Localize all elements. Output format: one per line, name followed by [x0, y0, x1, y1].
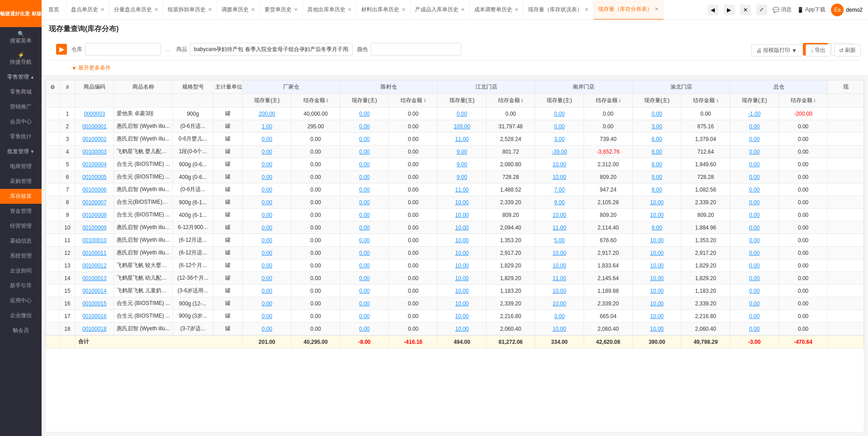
cell-c-stock[interactable]: 0.00 — [340, 247, 389, 259]
cell-jb-stock[interactable]: 9.00 — [438, 171, 486, 183]
cell-jb-stock[interactable]: 9.00 — [438, 145, 486, 158]
cell-jb-stock[interactable]: 0.00 — [438, 108, 486, 120]
cell-yb-stock[interactable]: 10.00 — [632, 310, 681, 323]
sidebar-item-finance[interactable]: 资金管理 — [0, 204, 42, 219]
tab-order[interactable]: 要货单历史 ✕ — [260, 0, 303, 20]
cell-f-stock[interactable]: 0.00 — [243, 323, 292, 336]
cell-code[interactable]: 00100010 — [75, 234, 114, 247]
cell-yb-stock[interactable]: 0.00 — [632, 108, 681, 120]
cell-code[interactable]: 00100018 — [75, 323, 114, 336]
cell-yb-stock[interactable]: 9.00 — [632, 171, 681, 183]
sidebar-item-vip[interactable]: 畅会员 — [0, 323, 42, 338]
cell-code[interactable]: 00100012 — [75, 259, 114, 272]
cell-jb-stock[interactable]: 10.00 — [438, 209, 486, 221]
cell-f-stock[interactable]: 200.00 — [243, 108, 292, 120]
cell-jb-stock[interactable]: 11.00 — [438, 133, 486, 145]
cell-f-stock[interactable]: 1.00 — [243, 120, 292, 133]
expand-conditions-button[interactable]: ▼ 展开更多条件 — [71, 64, 111, 72]
cell-yb-stock[interactable]: 10.00 — [632, 234, 681, 247]
cell-t-stock[interactable]: 0.00 — [730, 120, 779, 133]
cell-na-stock[interactable]: 10.00 — [535, 285, 584, 297]
sidebar-item-retail-shop[interactable]: 零售商城 — [0, 84, 42, 99]
user-profile[interactable]: Ea demo2 — [831, 4, 863, 16]
cell-code[interactable]: 00100007 — [75, 196, 114, 209]
sidebar-item-inventory[interactable]: 库存核算 — [0, 189, 42, 204]
tab-product-in[interactable]: 产成品入库单历史 ✕ — [410, 0, 470, 20]
tab-prev-button[interactable]: ◀ — [708, 5, 718, 15]
tab-assembly[interactable]: 组装拆卸单历史 ✕ — [163, 0, 217, 20]
cell-yb-stock[interactable]: 10.00 — [632, 259, 681, 272]
cell-c-stock[interactable]: 0.00 — [340, 323, 389, 336]
tab-partial-count[interactable]: 分量盘点单历史 ✕ — [109, 0, 163, 20]
cell-na-stock[interactable]: 0.00 — [535, 120, 584, 133]
cell-yb-stock[interactable]: 9.00 — [632, 221, 681, 234]
cell-yb-stock[interactable]: 10.00 — [632, 209, 681, 221]
cell-na-stock[interactable]: 11.00 — [535, 272, 584, 285]
cell-c-stock[interactable]: 0.00 — [340, 234, 389, 247]
cell-code[interactable]: 00100003 — [75, 145, 114, 158]
cell-f-stock[interactable]: 0.00 — [243, 171, 292, 183]
cell-na-stock[interactable]: 10.00 — [535, 323, 584, 336]
cell-jb-stock[interactable]: 109.00 — [438, 120, 486, 133]
cell-t-stock[interactable]: 0.00 — [730, 145, 779, 158]
cell-c-stock[interactable]: 0.00 — [340, 310, 389, 323]
cell-f-stock[interactable]: 0.00 — [243, 145, 292, 158]
cell-code[interactable]: 00100001 — [75, 120, 114, 133]
sidebar-item-guide[interactable]: 新手引导 — [0, 278, 42, 293]
tab-close-icon[interactable]: ✕ — [251, 7, 255, 13]
cell-t-stock[interactable]: 0.00 — [730, 259, 779, 272]
cell-jb-stock[interactable]: 10.00 — [438, 323, 486, 336]
cell-t-stock[interactable]: 0.00 — [730, 133, 779, 145]
tab-close-icon[interactable]: ✕ — [514, 7, 519, 13]
sidebar-item-retail-stat[interactable]: 零售统计 — [0, 129, 42, 144]
cell-t-stock[interactable]: 0.00 — [730, 183, 779, 196]
cell-code[interactable]: 00100009 — [75, 221, 114, 234]
tab-other-out[interactable]: 其他出库单历史 ✕ — [303, 0, 357, 20]
sidebar-item-wechat-work[interactable]: 企业微信 — [0, 308, 42, 323]
cell-c-stock[interactable]: 0.00 — [340, 196, 389, 209]
cell-na-stock[interactable]: 3.00 — [535, 310, 584, 323]
cell-code[interactable]: 00100004 — [75, 158, 114, 171]
cell-na-stock[interactable]: 10.00 — [535, 259, 584, 272]
cell-na-stock[interactable]: 7.00 — [535, 183, 584, 196]
tab-close-all-button[interactable]: ✕ — [740, 5, 751, 15]
cell-t-stock[interactable]: 0.00 — [730, 158, 779, 171]
cell-c-stock[interactable]: 0.00 — [340, 221, 389, 234]
cell-t-stock[interactable]: 0.00 — [730, 171, 779, 183]
cell-t-stock[interactable]: 0.00 — [730, 209, 779, 221]
cell-f-stock[interactable]: 0.00 — [243, 297, 292, 310]
cell-na-stock[interactable]: 10.00 — [535, 209, 584, 221]
sidebar-item-purchase[interactable]: 采购管理 — [0, 174, 42, 189]
cell-t-stock[interactable]: 0.00 — [730, 297, 779, 310]
tab-expand-button[interactable]: ⤢ — [756, 5, 767, 15]
cell-f-stock[interactable]: 0.00 — [243, 310, 292, 323]
sidebar-item-business[interactable]: 经营管理 — [0, 219, 42, 234]
cell-na-stock[interactable]: 5.00 — [535, 234, 584, 247]
cell-na-stock[interactable]: -39.00 — [535, 145, 584, 158]
tab-material-out[interactable]: 材料出库单历史 ✕ — [357, 0, 410, 20]
col-settings[interactable]: ⚙ — [46, 80, 60, 94]
filter-toggle-button[interactable]: ▶ — [56, 44, 67, 55]
cell-yb-stock[interactable]: 10.00 — [632, 272, 681, 285]
cell-t-stock[interactable]: -1.00 — [730, 108, 779, 120]
cell-f-stock[interactable]: 0.00 — [243, 247, 292, 259]
warehouse-ellipsis[interactable]: ... — [164, 46, 172, 52]
cell-yb-stock[interactable]: 10.00 — [632, 285, 681, 297]
cell-yb-stock[interactable]: 10.00 — [632, 247, 681, 259]
goods-input[interactable] — [190, 43, 353, 56]
cell-f-stock[interactable]: 0.00 — [243, 272, 292, 285]
cell-code[interactable]: 00100006 — [75, 183, 114, 196]
sidebar-item-ecom[interactable]: 电商管理 — [0, 159, 42, 174]
cell-yb-stock[interactable]: 10.00 — [632, 196, 681, 209]
cell-t-stock[interactable]: 0.00 — [730, 323, 779, 336]
cell-f-stock[interactable]: 0.00 — [243, 259, 292, 272]
cell-f-stock[interactable]: 0.00 — [243, 183, 292, 196]
sidebar-item-marketing[interactable]: 营销推广 — [0, 99, 42, 114]
sidebar-item-app-center[interactable]: 应用中心 — [0, 293, 42, 308]
cell-code[interactable]: 00100002 — [75, 133, 114, 145]
cell-f-stock[interactable]: 0.00 — [243, 196, 292, 209]
cell-t-stock[interactable]: 0.00 — [730, 272, 779, 285]
message-button[interactable]: 💬 消息 — [773, 6, 792, 14]
cell-c-stock[interactable]: 0.00 — [340, 297, 389, 310]
tab-next-button[interactable]: ▶ — [724, 5, 735, 15]
